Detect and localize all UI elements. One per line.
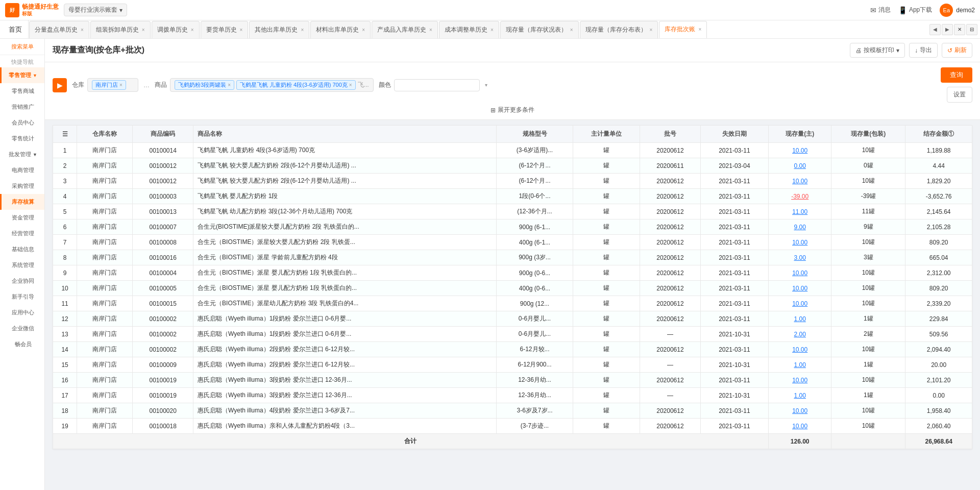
- cell-qty[interactable]: 1.00: [768, 388, 831, 403]
- tab-diao-bo[interactable]: 调拨单历史 ×: [152, 21, 200, 38]
- sidebar-item-enterprise[interactable]: 企业协同: [0, 273, 44, 289]
- cell-qty[interactable]: 10.00: [768, 403, 831, 419]
- sidebar-item-basic[interactable]: 基础信息: [0, 241, 44, 257]
- cell-name: 合生元（BIOSTIME）派星 婴儿配方奶粉 1段 乳铁蛋白的...: [193, 281, 496, 296]
- cell-qty[interactable]: 10.00: [768, 235, 831, 250]
- cell-qty[interactable]: 1.00: [768, 311, 831, 327]
- tab-chengben[interactable]: 成本调整单历史 ×: [439, 21, 499, 38]
- cell-qty[interactable]: 3.00: [768, 250, 831, 265]
- color-dropdown-arrow[interactable]: ▾: [485, 82, 487, 88]
- tab-close-1[interactable]: ×: [81, 27, 84, 33]
- tab-xiancun-fenbpu[interactable]: 现存量（库存分布表） ×: [580, 21, 658, 38]
- product-more[interactable]: 飞...: [358, 81, 369, 89]
- template-print-btn[interactable]: 🖨 按模板打印 ▾: [850, 43, 905, 58]
- tab-chancheng[interactable]: 产成品入库单历史 ×: [372, 21, 438, 38]
- content-area: 现存量查询(按仓库+批次) 🖨 按模板打印 ▾ ↓ 导出 ↺ 刷新: [45, 39, 980, 490]
- tab-close-7[interactable]: ×: [429, 27, 432, 33]
- sidebar-item-inventory[interactable]: 库存核算: [0, 194, 44, 210]
- tab-prev[interactable]: ◀: [929, 24, 941, 35]
- sidebar-item-stats[interactable]: 零售统计: [0, 131, 44, 146]
- cell-expire: 2021-10-31: [700, 388, 768, 403]
- filter-more-dots[interactable]: …: [143, 82, 150, 89]
- page-title: 现存量查询(按仓库+批次): [53, 45, 144, 56]
- tab-close-3[interactable]: ×: [191, 27, 194, 33]
- sidebar-item-purchase[interactable]: 采购管理: [0, 178, 44, 194]
- cell-batch: 20200612: [640, 143, 701, 158]
- warehouse-tag-remove[interactable]: ×: [119, 82, 122, 88]
- cell-qty[interactable]: 10.00: [768, 373, 831, 388]
- sidebar-item-guide[interactable]: 新手引导: [0, 289, 44, 305]
- tab-close-5[interactable]: ×: [301, 27, 304, 33]
- sidebar-item-wechat[interactable]: 企业微信: [0, 321, 44, 336]
- cell-amount: 20.00: [905, 357, 972, 373]
- cell-qty-pkg: 10罐: [831, 174, 905, 189]
- cell-qty[interactable]: -39.00: [768, 189, 831, 204]
- cell-qty[interactable]: 10.00: [768, 419, 831, 434]
- sidebar-item-finance[interactable]: 资金管理: [0, 210, 44, 226]
- sidebar-item-member[interactable]: 会员中心: [0, 115, 44, 131]
- refresh-btn[interactable]: ↺ 刷新: [942, 43, 972, 58]
- tab-yao-huo[interactable]: 要货单历史 ×: [201, 21, 249, 38]
- sidebar-item-marketing[interactable]: 营销推广: [0, 99, 44, 115]
- sidebar-item-ecommerce[interactable]: 电商管理: [0, 162, 44, 178]
- tab-fen-pan[interactable]: 分量盘点单历史 ×: [29, 21, 89, 38]
- cell-qty-pkg: 10罐: [831, 265, 905, 281]
- sidebar-item-member2[interactable]: 畅会员: [0, 336, 44, 352]
- tab-xiancun-kucun[interactable]: 现存量（库存状况表） ×: [500, 21, 579, 38]
- cell-qty[interactable]: 0.00: [768, 158, 831, 174]
- col-settings[interactable]: ☰: [53, 126, 77, 143]
- sidebar-item-operations[interactable]: 经营管理: [0, 226, 44, 241]
- cell-qty-pkg: 1罐: [831, 357, 905, 373]
- filter-expand-btn[interactable]: ▶: [53, 78, 67, 92]
- cell-qty[interactable]: 10.00: [768, 281, 831, 296]
- tab-minimize[interactable]: ⊟: [966, 24, 977, 35]
- settings-button[interactable]: 设置: [947, 87, 972, 103]
- tab-close-8[interactable]: ×: [491, 27, 494, 33]
- cell-qty[interactable]: 9.00: [768, 219, 831, 235]
- cell-name: 飞鹤星飞帆 较大婴儿配方奶粉 2段(6-12个月婴幼儿适用) ...: [193, 158, 496, 174]
- tab-close-4[interactable]: ×: [240, 27, 243, 33]
- tab-close-all[interactable]: ✕: [954, 24, 965, 35]
- color-input[interactable]: [394, 79, 480, 91]
- warehouse-tag-container[interactable]: 南岸门店 ×: [87, 78, 138, 92]
- tab-zu-zhuang[interactable]: 组装拆卸单历史 ×: [90, 21, 151, 38]
- tab-qita-chu[interactable]: 其他出库单历史 ×: [249, 21, 309, 38]
- cell-qty[interactable]: 10.00: [768, 265, 831, 281]
- cell-spec: 3-6岁及7岁...: [496, 403, 573, 419]
- org-selector[interactable]: 母婴行业演示账套 ▾: [64, 4, 127, 16]
- cell-unit: 罐: [573, 327, 640, 342]
- sidebar-search[interactable]: 搜索菜单: [0, 39, 44, 55]
- tab-close-10[interactable]: ×: [650, 27, 653, 33]
- query-button[interactable]: 查询: [941, 67, 972, 83]
- tab-close-6[interactable]: ×: [362, 27, 365, 33]
- sidebar-item-system[interactable]: 系统管理: [0, 257, 44, 273]
- sidebar-item-wholesale[interactable]: 批发管理 ▼: [0, 146, 44, 162]
- tab-kucun-pizhang[interactable]: 库存批次账 ×: [659, 21, 707, 38]
- expand-conditions-btn[interactable]: ⊞ 展开更多条件: [53, 106, 972, 114]
- sidebar-item-shop[interactable]: 零售商城: [0, 83, 44, 99]
- cell-qty[interactable]: 11.00: [768, 204, 831, 219]
- tab-next[interactable]: ▶: [942, 24, 953, 35]
- tab-close-9[interactable]: ×: [570, 27, 573, 33]
- product-tag-2-remove[interactable]: ×: [349, 82, 352, 88]
- cell-qty[interactable]: 2.00: [768, 327, 831, 342]
- cell-warehouse: 南岸门店: [77, 265, 133, 281]
- cell-qty[interactable]: 10.00: [768, 296, 831, 311]
- tab-cailiao[interactable]: 材料出库单历史 ×: [310, 21, 371, 38]
- sidebar-item-apps[interactable]: 应用中心: [0, 305, 44, 321]
- tab-home[interactable]: 首页: [3, 20, 29, 39]
- cell-qty[interactable]: 10.00: [768, 174, 831, 189]
- cell-no: 18: [53, 403, 77, 419]
- cell-qty[interactable]: 1.00: [768, 357, 831, 373]
- app-download-btn[interactable]: 📱 App下载: [898, 6, 932, 14]
- tab-close-2[interactable]: ×: [142, 27, 145, 33]
- tab-close-11[interactable]: ×: [698, 27, 701, 32]
- sidebar-item-retail[interactable]: 零售管理 ▼: [0, 67, 44, 83]
- message-btn[interactable]: ✉ 消息: [870, 6, 891, 14]
- product-tag-container[interactable]: 飞鹤奶粉3段两罐装 × 飞鹤星飞帆 儿童奶粉 4段(3-6岁适用) 700克 ×…: [170, 78, 374, 92]
- export-btn[interactable]: ↓ 导出: [909, 43, 938, 58]
- cell-qty[interactable]: 10.00: [768, 342, 831, 357]
- product-tag-1-remove[interactable]: ×: [228, 82, 231, 88]
- sidebar-quick-nav[interactable]: 快捷导航: [0, 55, 44, 67]
- cell-qty[interactable]: 10.00: [768, 143, 831, 158]
